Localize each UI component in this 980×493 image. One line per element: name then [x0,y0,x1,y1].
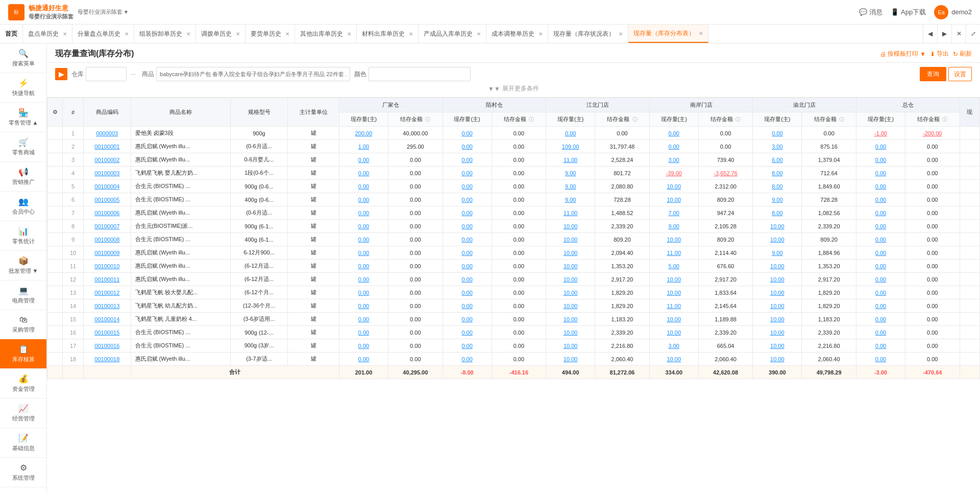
filter-color: 颜色 [354,67,471,81]
nav-next-btn[interactable]: ▶ [937,25,951,43]
top-bar-right: 💬 消息 📱 App下载 Ea demo2 [859,5,972,19]
sidebar-item-retail-mgmt[interactable]: 🏪 零售管理 ▲ [0,103,46,132]
tab-6[interactable]: 其他出库单历史 ✕ [295,25,357,43]
sidebar-item-search[interactable]: 🔍 搜索英单 [0,43,46,73]
close-icon[interactable]: ✕ [477,31,481,37]
sidebar-item-collab[interactable]: 🤝 企业协同 [0,487,46,493]
sidebar-item-label: 会员中心 [12,208,35,216]
table-row: 1500100014飞鹤星飞帆 儿童奶粉 4...(3-6岁适用...罐0.00… [47,313,980,326]
sidebar-item-marketing[interactable]: 📢 营销推广 [0,162,46,192]
tab-7[interactable]: 材料出库单历史 ✕ [357,25,419,43]
col-unit-header: 主计量单位 [288,98,339,127]
col-zongcang-qty: 现存量(主) [856,112,905,127]
content-area: 现存量查询(库存分布) 🖨 按模板打印 ▼ ⬇ 导出 ↻ 刷新 [47,43,980,493]
nav-expand-btn[interactable]: ⤢ [966,25,980,43]
sidebar-item-label: 经营管理 [12,415,35,422]
sidebar-item-label: 电商管理 [12,297,35,304]
filter-expand-row[interactable]: ▼▼ 展开更多条件 [55,84,972,93]
filter-expand-btn[interactable]: ▶ [55,68,67,80]
close-icon[interactable]: ✕ [125,31,129,37]
color-input[interactable] [369,67,471,81]
page-header: 现存量查询(库存分布) 🖨 按模板打印 ▼ ⬇ 导出 ↻ 刷新 [47,43,980,63]
col-jiangbei-header: 江北门店 [546,98,650,112]
sidebar-item-ecommerce[interactable]: 💻 电商管理 [0,280,46,310]
print-btn[interactable]: 🖨 按模板打印 ▼ [880,50,926,58]
refresh-btn[interactable]: ↻ 刷新 [953,50,972,58]
sidebar-item-label: 基础信息 [12,444,35,452]
sidebar: 🔍 搜索英单 ⚡ 快捷导航 🏪 零售管理 ▲ 🛒 零售商城 📢 营销推广 👥 会… [0,43,47,493]
col-jiangbei-qty: 现存量(主) [546,112,595,127]
tab-2[interactable]: 分量盘点单历史 ✕ [72,25,134,43]
chevron-down-icon: ▼ [920,51,926,58]
tab-10[interactable]: 现存量（库存状况表） ✕ [548,25,628,43]
close-icon[interactable]: ✕ [285,31,289,37]
col-nanan-header: 南岸门店 [649,98,753,112]
sidebar-item-label: 零售商城 [12,149,35,156]
warehouse-picker-btn[interactable]: ··· [129,71,138,78]
nav-close-btn[interactable]: ✕ [951,25,966,43]
sidebar-item-inventory[interactable]: 📋 库存核算 [0,339,46,369]
table-row: 700100006惠氏启赋 (Wyeth illu...(0-6月适...罐0.… [47,206,980,220]
sidebar-item-purchase[interactable]: 🛍 采购管理 [0,310,46,339]
nav-prev-btn[interactable]: ◀ [923,25,937,43]
table-row: 500100004合生元 (BIOSTIME) ...900g (0-6...罐… [47,180,980,193]
col-mucun-qty: 现存量(主) [443,112,492,127]
user-info[interactable]: Ea demo2 [934,5,972,19]
close-icon[interactable]: ✕ [347,31,351,37]
sidebar-item-retail-stats[interactable]: 📊 零售统计 [0,221,46,251]
system-icon: ⚙ [20,463,27,473]
col-index-header: # [63,98,84,127]
tab-4[interactable]: 调拨单历史 ✕ [196,25,246,43]
tab-8[interactable]: 产成品入库单历史 ✕ [419,25,486,43]
sidebar-item-nav[interactable]: ⚡ 快捷导航 [0,73,46,103]
sidebar-item-system[interactable]: ⚙ 系统管理 [0,458,46,487]
top-bar-left: 标 畅捷通好生意 母婴行业演示陈套 母婴行业演示陈套 ▼ [8,4,129,20]
app-subtitle-row: 母婴行业演示陈套 ▼ [78,8,129,16]
tab-11[interactable]: 现存量（库存分布表） ✕ [628,25,708,43]
sidebar-item-label: 零售统计 [12,238,35,245]
query-btn[interactable]: 查询 [920,67,946,81]
filter-warehouse: 仓库 ··· [71,67,138,81]
tab-9[interactable]: 成本调整单历史 ✕ [486,25,548,43]
ecommerce-icon: 💻 [18,286,29,295]
tab-home[interactable]: 首页 [0,25,23,43]
main-layout: 🔍 搜索英单 ⚡ 快捷导航 🏪 零售管理 ▲ 🛒 零售商城 📢 营销推广 👥 会… [0,43,980,493]
tab-5[interactable]: 要货单历史 ✕ [246,25,295,43]
sidebar-item-operations[interactable]: 📈 经营管理 [0,398,46,428]
close-icon[interactable]: ✕ [236,31,240,37]
close-icon[interactable]: ✕ [538,31,543,37]
header-actions: 🖨 按模板打印 ▼ ⬇ 导出 ↻ 刷新 [880,50,972,58]
sidebar-item-member[interactable]: 👥 会员中心 [0,192,46,221]
warehouse-input[interactable] [86,67,127,81]
app-download-btn[interactable]: 📱 App下载 [891,8,926,17]
close-icon[interactable]: ✕ [409,31,413,37]
shop-icon: 🛒 [18,137,29,147]
tab-1[interactable]: 盘点单历史 ✕ [23,25,72,43]
basic-icon: 📝 [18,433,29,443]
col-settings-header[interactable]: ⚙ [47,98,63,127]
sidebar-item-label: 库存核算 [12,356,35,363]
close-icon[interactable]: ✕ [186,31,190,37]
tab-3[interactable]: 组装拆卸单历史 ✕ [134,25,196,43]
nav-tabs: 首页 盘点单历史 ✕ 分量盘点单历史 ✕ 组装拆卸单历史 ✕ 调拨单历史 ✕ 要… [0,25,980,43]
goods-input[interactable] [156,67,350,81]
table-row: 1100100010惠氏启赋 (Wyeth illu...(6-12月适...罐… [47,260,980,273]
table-row: 1300100012飞鹤星飞帆 较大婴儿配...(6-12个月...罐0.000… [47,286,980,299]
export-btn[interactable]: ⬇ 导出 [930,50,949,58]
export-icon: ⬇ [930,51,935,58]
setting-btn[interactable]: 设置 [948,67,972,81]
col-mucun-amt: 结存金额 ⓘ [492,112,546,127]
close-icon[interactable]: ✕ [619,31,623,37]
sidebar-item-label: 搜索英单 [12,60,35,67]
filter-area: ▶ 仓库 ··· 商品 颜色 查询 设置 [47,63,980,98]
close-icon[interactable]: ✕ [63,31,67,37]
sidebar-item-basic[interactable]: 📝 基础信息 [0,428,46,458]
sidebar-item-retail-shop[interactable]: 🛒 零售商城 [0,132,46,162]
close-icon[interactable]: ✕ [699,31,703,36]
sidebar-item-finance[interactable]: 💰 资金管理 [0,369,46,398]
table-row: 400100003飞鹤星飞帆 婴儿配方奶...1段(0-6个...罐0.000.… [47,167,980,180]
col-current-header: 现 [960,98,979,127]
table-container[interactable]: ⚙ # 商品编码 商品名称 规格型号 主计量单位 厂家仓 陌村仓 江北门店 南岸… [47,98,980,493]
sidebar-item-wholesale[interactable]: 📦 批发管理 ▼ [0,251,46,280]
message-btn[interactable]: 💬 消息 [859,8,883,17]
